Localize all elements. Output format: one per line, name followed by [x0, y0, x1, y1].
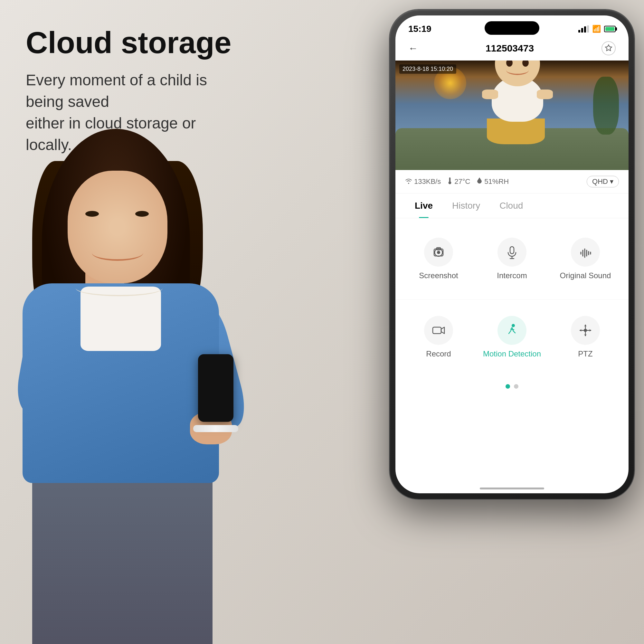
network-value: 133KB/s: [414, 177, 441, 186]
ptz-label: PTZ: [578, 349, 592, 358]
woman-photo: [0, 97, 290, 644]
controls-row-1: Screenshot Intercom: [395, 218, 629, 300]
battery-tip: [616, 27, 617, 31]
phone-screen: 15:19 📶 ← 1: [395, 15, 629, 493]
screenshot-label: Screenshot: [419, 271, 458, 280]
signal-bar-3: [584, 26, 586, 33]
video-timestamp: 2023-8-18 15:10:20: [399, 64, 456, 74]
plant: [593, 77, 619, 135]
svg-point-4: [437, 251, 440, 254]
video-feed: 2023-8-18 15:10:20: [395, 61, 629, 170]
record-icon-bg: [424, 316, 453, 345]
tab-history[interactable]: History: [452, 194, 480, 218]
battery-icon: [604, 26, 616, 32]
motion-detection-label: Motion Detection: [483, 349, 541, 358]
quality-arrow: ▾: [610, 177, 613, 186]
record-button[interactable]: Record: [402, 306, 475, 368]
signal-bar-1: [578, 30, 580, 33]
humidity-stat: 51%RH: [477, 177, 509, 186]
tab-bar: Live History Cloud: [395, 194, 629, 218]
network-stat: 133KB/s: [405, 177, 441, 186]
status-time: 15:19: [408, 24, 431, 34]
camera-id-title: 112503473: [486, 43, 534, 54]
quality-label: QHD: [592, 177, 608, 186]
phone-outer-shell: 15:19 📶 ← 1: [390, 10, 634, 499]
humidity-icon: [477, 177, 482, 186]
phone-mockup: 15:19 📶 ← 1: [390, 10, 634, 499]
quality-badge[interactable]: QHD ▾: [587, 176, 619, 187]
tab-cloud[interactable]: Cloud: [499, 194, 523, 218]
svg-rect-16: [433, 327, 441, 334]
svg-point-18: [584, 329, 587, 332]
controls-row-2: Record Motion Detection: [395, 300, 629, 378]
svg-marker-0: [605, 45, 612, 51]
nav-bar: ← 112503473: [395, 36, 629, 61]
temp-value: 27°C: [454, 177, 470, 186]
wifi-icon: 📶: [592, 25, 601, 33]
tab-live[interactable]: Live: [415, 194, 433, 218]
subtext: Every moment of a child is being saved e…: [26, 69, 219, 156]
back-button[interactable]: ←: [408, 43, 418, 54]
signal-bar-4: [587, 25, 589, 33]
record-icon: [431, 323, 446, 337]
intercom-icon-bg: [497, 238, 526, 267]
home-indicator: [480, 488, 544, 489]
status-icons: 📶: [578, 25, 616, 33]
screenshot-button[interactable]: Screenshot: [402, 228, 475, 290]
intercom-icon: [505, 245, 519, 259]
wifi-stat-icon: [405, 177, 412, 186]
screenshot-icon-bg: [424, 238, 453, 267]
ptz-icon-bg: [571, 316, 600, 345]
settings-button[interactable]: [601, 41, 616, 55]
record-label: Record: [426, 349, 451, 358]
temp-stat: 27°C: [447, 177, 470, 186]
page-dot-2[interactable]: [514, 384, 518, 389]
svg-point-17: [512, 324, 515, 327]
ptz-button[interactable]: PTZ: [549, 306, 622, 368]
intercom-button[interactable]: Intercom: [475, 228, 549, 290]
original-sound-label: Original Sound: [560, 271, 611, 280]
humidity-value: 51%RH: [484, 177, 509, 186]
baby-figure: [490, 77, 545, 144]
dynamic-island: [485, 21, 539, 35]
motion-detection-button[interactable]: Motion Detection: [475, 306, 549, 368]
page-dots: [395, 378, 629, 395]
signal-bars-icon: [578, 25, 589, 33]
left-content: Cloud storage Every moment of a child is…: [26, 26, 232, 156]
ptz-icon: [578, 323, 592, 337]
svg-point-2: [449, 181, 451, 184]
original-sound-icon-bg: [571, 238, 600, 267]
stats-bar: 133KB/s 27°C 51%RH QHD ▾: [395, 170, 629, 194]
screenshot-icon: [431, 245, 446, 259]
headline: Cloud storage: [26, 26, 232, 60]
motion-detection-icon: [505, 323, 519, 337]
battery-fill: [605, 27, 614, 31]
temp-icon: [447, 177, 452, 186]
motion-detection-icon-bg: [497, 316, 526, 345]
original-sound-button[interactable]: Original Sound: [549, 228, 622, 290]
signal-bar-2: [581, 28, 583, 33]
page-dot-1[interactable]: [506, 384, 510, 389]
svg-rect-7: [510, 247, 514, 254]
original-sound-icon: [578, 245, 592, 259]
intercom-label: Intercom: [497, 271, 527, 280]
